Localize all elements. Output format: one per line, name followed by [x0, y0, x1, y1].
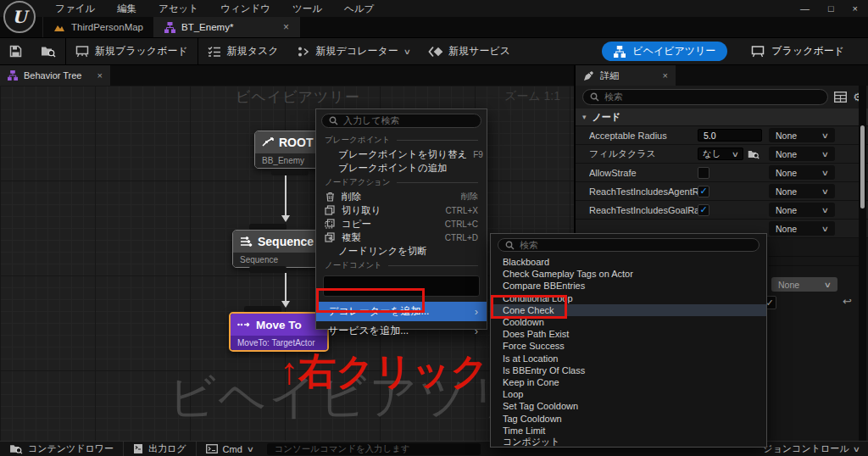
menu-item-cut[interactable]: 切り取り CTRL+X [316, 203, 487, 217]
none-dropdown[interactable]: None∨ [769, 203, 835, 217]
menu-item-break-node-links[interactable]: ノードリンクを切断 [316, 244, 487, 258]
console-command-input[interactable]: コンソールコマンドを入力します [267, 443, 481, 455]
filter-class-dropdown[interactable]: なし∨ [698, 147, 743, 160]
decorator-submenu: 検索 Blackboard Check Gameplay Tags on Act… [490, 233, 767, 448]
behavior-tree-mode-button[interactable]: ビヘイビアツリー [602, 42, 727, 61]
menu-items: ファイル 編集 アセット ウィンドウ ツール ヘルプ [44, 0, 385, 17]
sequence-node[interactable]: Sequence Sequence [232, 230, 320, 268]
details-rows: Acceptable Radius 5.0 None∨ フィルタクラス なし∨ … [576, 126, 868, 238]
details-search-input[interactable]: 検索 [582, 89, 828, 105]
sequence-output-pin[interactable] [249, 266, 287, 273]
submenu-item[interactable]: Loop [491, 388, 766, 400]
reset-to-default-icon[interactable]: ↩ [843, 295, 852, 308]
content-drawer-button[interactable]: コンテンツドロワー [0, 442, 123, 456]
minimize-button[interactable]: — [800, 3, 810, 14]
display-filter-icon[interactable] [834, 92, 847, 103]
output-log-button[interactable]: 出力ログ [124, 442, 196, 456]
terminal-icon [206, 444, 218, 453]
close-tab-icon[interactable]: × [283, 21, 289, 33]
button-label: ビヘイビアツリー [632, 44, 715, 58]
graph-canvas[interactable]: ビヘイビアツリー ズーム 1:1 ビヘイビアツリー ROOT BB_Enemy [0, 86, 574, 441]
none-dropdown[interactable]: None∨ [769, 184, 835, 198]
submenu-arrow-icon: › [475, 305, 478, 318]
close-tab-icon[interactable]: × [663, 70, 668, 81]
document-tab-row: Behavior Tree × [0, 65, 574, 86]
button-label: コンテンツドロワー [28, 442, 114, 455]
details-icon [583, 70, 594, 81]
menu-item-add-service[interactable]: サービスを追加... › [316, 321, 487, 341]
context-menu-search-input[interactable]: 入力して検索 [321, 114, 481, 128]
submenu-item[interactable]: Does Path Exist [491, 328, 766, 340]
menu-item-add-breakpoint[interactable]: ブレークポイントの追加 [316, 161, 487, 175]
menu-item-toggle-breakpoint[interactable]: ブレークポイントを切り替え F9 [316, 147, 487, 161]
new-decorator-button[interactable]: 新規デコレーター ∨ [288, 38, 420, 65]
close-button[interactable]: × [853, 3, 858, 14]
submenu-arrow-icon: › [475, 325, 478, 337]
tab-details[interactable]: 詳細 × [576, 65, 676, 86]
root-output-pin[interactable] [271, 169, 309, 175]
menu-file[interactable]: ファイル [44, 0, 106, 17]
submenu-item[interactable]: Compare BBEntries [491, 280, 766, 292]
none-dropdown[interactable]: None∨ [769, 221, 835, 236]
submenu-item[interactable]: Is BBEntry Of Class [491, 364, 766, 376]
section-breakpoint: ブレークポイント [316, 132, 487, 147]
acceptable-radius-input[interactable]: 5.0 [698, 129, 762, 142]
behavior-tree-icon [8, 70, 18, 81]
none-dropdown[interactable]: None∨ [769, 147, 835, 161]
menu-help[interactable]: ヘルプ [333, 0, 385, 17]
details-scrollbar-thumb[interactable] [860, 125, 865, 209]
chevron-down-icon: ∨ [853, 445, 860, 453]
submenu-search-input[interactable]: 検索 [498, 238, 760, 252]
new-task-button[interactable]: 新規タスク [198, 38, 288, 65]
submenu-item[interactable]: Tag Cooldown [491, 412, 766, 424]
menu-item-duplicate[interactable]: 複製 CTRL+D [316, 231, 487, 244]
browse-asset-button[interactable] [31, 38, 65, 65]
none-dropdown[interactable]: None∨ [769, 165, 835, 180]
wire-arrowhead [281, 301, 290, 308]
property-row-reach-agent: ReachTestIncludesAgentR... ✓ None∨ [576, 182, 868, 201]
cmd-dropdown[interactable]: Cmd ∨ [197, 442, 263, 456]
submenu-item[interactable]: Keep in Cone [491, 376, 766, 388]
menu-asset[interactable]: アセット [147, 0, 209, 17]
browse-icon[interactable] [748, 149, 760, 159]
submenu-item[interactable]: Check Gameplay Tags on Actor [491, 268, 766, 280]
tab-thirdpersonmap[interactable]: ThirdPersonMap [42, 17, 154, 37]
blackboard-mode-button[interactable]: ブラックボード [739, 42, 856, 61]
move-to-node[interactable]: Move To MoveTo: TargetActor [229, 312, 329, 352]
menu-tools[interactable]: ツール [281, 0, 333, 17]
save-button[interactable] [0, 38, 31, 65]
new-blackboard-button[interactable]: 新規ブラックボード [66, 38, 198, 65]
new-service-button[interactable]: 新規サービス [419, 38, 520, 65]
move-to-icon [237, 321, 251, 328]
none-dropdown[interactable]: None∨ [769, 128, 835, 142]
menu-item-delete[interactable]: 削除 削除 [316, 190, 487, 203]
menu-window[interactable]: ウィンドウ [209, 0, 281, 17]
sequence-icon [240, 236, 253, 247]
tab-behavior-tree-document[interactable]: Behavior Tree × [0, 65, 110, 86]
menu-edit[interactable]: 編集 [106, 0, 147, 17]
reach-goal-checkbox[interactable]: ✓ [698, 204, 709, 216]
submenu-item[interactable]: Set Tag Cooldown [491, 400, 766, 412]
submenu-item[interactable]: Is at Location [491, 353, 766, 364]
disabled-none-dropdown[interactable]: None∨ [771, 277, 837, 292]
reach-agent-checkbox[interactable]: ✓ [698, 186, 709, 197]
graph-title: ビヘイビアツリー [236, 87, 360, 107]
tab-label: 詳細 [600, 70, 619, 82]
revision-control-button[interactable]: ジョンコントロール ∨ [763, 442, 868, 455]
close-tab-icon[interactable]: × [97, 70, 103, 81]
menu-item-copy[interactable]: コピー CTRL+C [316, 217, 487, 231]
property-label: Acceptable Radius [589, 131, 698, 141]
submenu-item[interactable]: コンポジット [491, 437, 766, 448]
allow-strafe-checkbox[interactable] [698, 167, 709, 179]
maximize-button[interactable]: □ [828, 3, 834, 14]
submenu-item[interactable]: Blackboard [491, 256, 766, 268]
chevron-down-icon: ∨ [821, 225, 829, 233]
details-section-node[interactable]: ▾ ノード [576, 108, 868, 126]
output-log-icon [133, 443, 143, 454]
unreal-logo-icon[interactable]: U [3, 1, 36, 33]
submenu-item[interactable]: Force Success [491, 340, 766, 352]
copy-icon [324, 219, 336, 229]
chevron-down-icon: ∨ [824, 281, 832, 289]
tab-bt-enemy[interactable]: BT_Enemy* × [154, 17, 300, 37]
submenu-item[interactable]: Time Limit [491, 425, 766, 437]
